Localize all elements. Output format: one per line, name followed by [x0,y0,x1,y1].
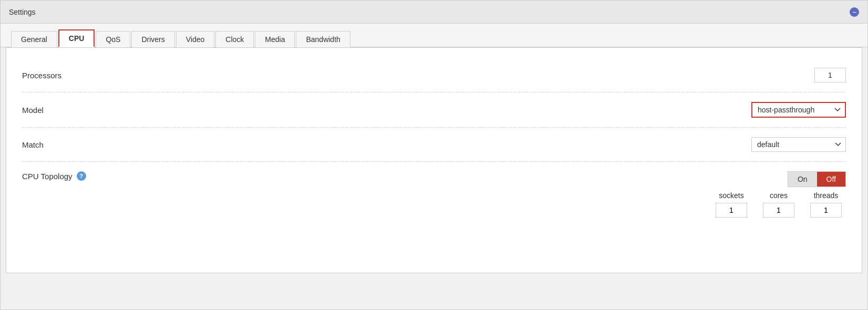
tab-qos[interactable]: QoS [96,31,130,47]
cpu-topology-label-group: CPU Topology ? [22,171,86,181]
topology-labels: sockets cores threads [716,191,846,200]
sockets-input[interactable] [716,203,747,218]
title-bar: Settings − [1,1,867,24]
window-title: Settings [9,8,36,16]
content-area: Processors Model host-passthrough defaul… [6,47,862,273]
tab-media[interactable]: Media [255,31,295,47]
processors-control [814,68,846,82]
tab-general[interactable]: General [11,31,57,47]
cores-label: cores [763,191,794,200]
tab-clock[interactable]: Clock [215,31,254,47]
tab-bandwidth[interactable]: Bandwidth [296,31,350,47]
settings-window: Settings − General CPU QoS Drivers Video… [0,0,868,310]
cpu-topology-row: CPU Topology ? On Off sockets cores thre… [22,162,846,227]
minimize-button[interactable]: − [850,7,859,17]
threads-label: threads [810,191,842,200]
topology-off-button[interactable]: Off [817,172,845,187]
threads-input[interactable] [810,203,842,218]
model-control: host-passthrough default host-model cust… [751,102,846,118]
cpu-topology-right: On Off sockets cores threads [716,171,846,218]
match-control: default exact minimum none [751,137,846,152]
model-label: Model [22,106,44,115]
topology-on-button[interactable]: On [788,172,817,187]
cores-input[interactable] [763,203,794,218]
sockets-label: sockets [716,191,747,200]
model-select[interactable]: host-passthrough default host-model cust… [751,102,846,118]
processors-label: Processors [22,71,61,80]
cpu-topology-label: CPU Topology [22,172,73,181]
processors-row: Processors [22,58,846,92]
processors-input[interactable] [814,68,846,82]
topology-inputs [716,203,846,218]
match-select[interactable]: default exact minimum none [751,137,846,152]
topology-toggle-group: On Off [788,171,846,187]
tab-cpu[interactable]: CPU [58,29,95,47]
tab-video[interactable]: Video [176,31,215,47]
tab-drivers[interactable]: Drivers [131,31,174,47]
model-row: Model host-passthrough default host-mode… [22,92,846,128]
cpu-topology-help-icon[interactable]: ? [77,171,86,181]
match-label: Match [22,140,44,149]
tabs-bar: General CPU QoS Drivers Video Clock Medi… [1,24,867,47]
match-row: Match default exact minimum none [22,128,846,162]
